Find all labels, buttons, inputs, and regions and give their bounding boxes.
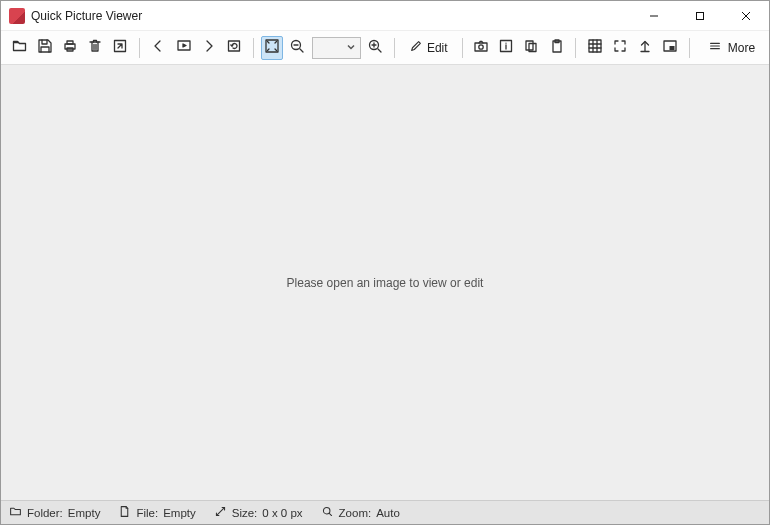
status-file: File: Empty xyxy=(118,505,195,520)
separator xyxy=(139,38,140,58)
hamburger-icon xyxy=(708,39,722,56)
status-file-value: Empty xyxy=(163,507,196,519)
edit-label: Edit xyxy=(427,41,448,55)
fit-window-button[interactable] xyxy=(261,36,282,60)
arrow-left-icon xyxy=(150,38,166,57)
file-icon xyxy=(118,505,131,520)
minimize-button[interactable] xyxy=(631,1,677,31)
frameless-button[interactable] xyxy=(660,36,681,60)
edit-button[interactable]: Edit xyxy=(403,36,454,60)
toolbar: Edit More xyxy=(1,31,769,65)
status-zoom: Zoom: Auto xyxy=(321,505,400,520)
external-app-button[interactable] xyxy=(110,36,131,60)
print-button[interactable] xyxy=(59,36,80,60)
reload-button[interactable] xyxy=(223,36,244,60)
dimensions-icon xyxy=(214,505,227,520)
maximize-button[interactable] xyxy=(677,1,723,31)
pencil-icon xyxy=(409,39,423,56)
statusbar: Folder: Empty File: Empty Size: 0 x 0 px… xyxy=(1,500,769,524)
status-folder-label: Folder: xyxy=(27,507,63,519)
close-button[interactable] xyxy=(723,1,769,31)
save-icon xyxy=(37,38,53,57)
screenshot-button[interactable] xyxy=(471,36,492,60)
more-button[interactable]: More xyxy=(702,36,761,60)
fit-screen-icon xyxy=(264,38,280,57)
trash-icon xyxy=(87,38,103,57)
canvas-placeholder: Please open an image to view or edit xyxy=(287,276,484,290)
zoom-in-icon xyxy=(367,38,383,57)
folder-icon xyxy=(9,505,22,520)
info-icon xyxy=(498,38,514,57)
svg-point-11 xyxy=(479,45,483,49)
slideshow-button[interactable] xyxy=(173,36,194,60)
arrow-right-icon xyxy=(201,38,217,57)
open-file-button[interactable] xyxy=(9,36,30,60)
more-label: More xyxy=(728,41,755,55)
save-as-button[interactable] xyxy=(34,36,55,60)
grid-icon xyxy=(587,38,603,57)
svg-rect-17 xyxy=(589,40,601,52)
status-size-label: Size: xyxy=(232,507,258,519)
paste-button[interactable] xyxy=(546,36,567,60)
svg-rect-0 xyxy=(697,12,704,19)
svg-rect-6 xyxy=(228,41,239,51)
zoom-out-icon xyxy=(289,38,305,57)
print-icon xyxy=(62,38,78,57)
magnifier-icon xyxy=(321,505,334,520)
prev-image-button[interactable] xyxy=(148,36,169,60)
screen-play-icon xyxy=(176,38,192,57)
arrow-up-icon xyxy=(637,38,653,57)
status-size-value: 0 x 0 px xyxy=(262,507,302,519)
clipboard-icon xyxy=(549,38,565,57)
app-title: Quick Picture Viewer xyxy=(31,9,142,23)
fullscreen-button[interactable] xyxy=(609,36,630,60)
separator xyxy=(575,38,576,58)
chevron-down-icon xyxy=(346,42,356,54)
info-button[interactable] xyxy=(496,36,517,60)
separator xyxy=(462,38,463,58)
refresh-icon xyxy=(226,38,242,57)
status-folder-value: Empty xyxy=(68,507,101,519)
delete-button[interactable] xyxy=(85,36,106,60)
zoom-out-button[interactable] xyxy=(287,36,308,60)
next-image-button[interactable] xyxy=(198,36,219,60)
zoom-select[interactable] xyxy=(312,37,361,59)
status-zoom-value: Auto xyxy=(376,507,400,519)
app-icon xyxy=(9,8,25,24)
fullscreen-icon xyxy=(612,38,628,57)
app-window: Quick Picture Viewer xyxy=(0,0,770,525)
copy-icon xyxy=(523,38,539,57)
titlebar: Quick Picture Viewer xyxy=(1,1,769,31)
image-canvas: Please open an image to view or edit xyxy=(1,65,769,500)
external-icon xyxy=(112,38,128,57)
status-zoom-label: Zoom: xyxy=(339,507,372,519)
on-top-button[interactable] xyxy=(635,36,656,60)
separator xyxy=(253,38,254,58)
folder-open-icon xyxy=(12,38,28,57)
separator xyxy=(394,38,395,58)
status-folder: Folder: Empty xyxy=(9,505,100,520)
svg-rect-2 xyxy=(67,41,73,44)
separator xyxy=(689,38,690,58)
checkerboard-button[interactable] xyxy=(584,36,605,60)
camera-icon xyxy=(473,38,489,57)
status-size: Size: 0 x 0 px xyxy=(214,505,303,520)
zoom-in-button[interactable] xyxy=(365,36,386,60)
pip-icon xyxy=(662,38,678,57)
status-file-label: File: xyxy=(136,507,158,519)
copy-button[interactable] xyxy=(521,36,542,60)
svg-rect-19 xyxy=(670,46,675,50)
